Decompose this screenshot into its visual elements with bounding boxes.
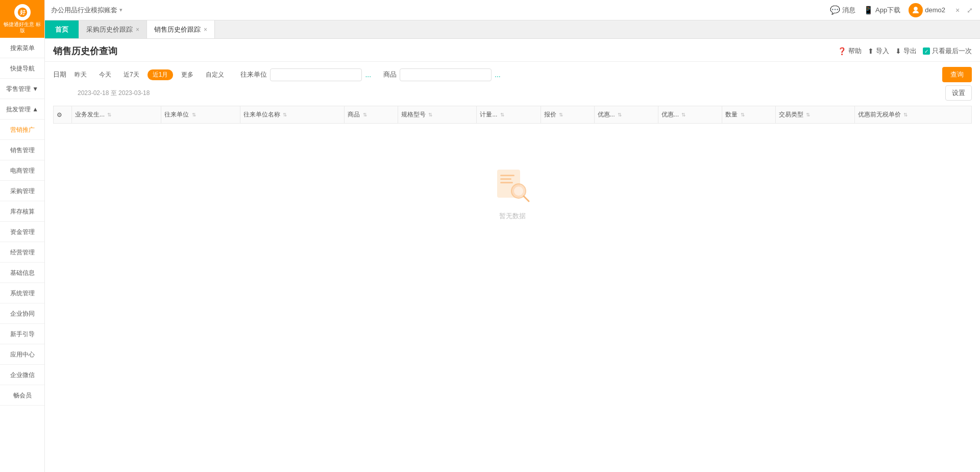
- topbar-left: 办公用品行业模拟账套 ▾: [51, 6, 122, 15]
- logo-icon: 好: [14, 4, 31, 20]
- sidebar-item-basic-info[interactable]: 基础信息: [0, 263, 44, 283]
- th-unit[interactable]: 计量... ⇅: [477, 106, 541, 124]
- window-controls: × ⤢: [953, 6, 974, 14]
- sidebar-item-new-user-guide[interactable]: 新手引导: [0, 324, 44, 344]
- sidebar-item-search-menu[interactable]: 搜索菜单: [0, 38, 44, 58]
- topbar: 办公用品行业模拟账套 ▾ 💬 消息 📱 App下载 demo2 ×: [45, 0, 980, 20]
- settings-button[interactable]: 设置: [945, 85, 972, 101]
- user-avatar-area[interactable]: demo2: [909, 3, 945, 17]
- date-btn-today[interactable]: 今天: [95, 69, 115, 80]
- th-trade-type-label: 交易类型: [779, 111, 803, 118]
- th-spec-label: 规格型号: [401, 111, 426, 118]
- empty-text: 暂无数据: [499, 211, 526, 221]
- partner-dots-btn[interactable]: ...: [365, 70, 371, 79]
- sidebar-item-inventory-check[interactable]: 库存核算: [0, 201, 44, 222]
- sort-icon-pretax-price: ⇅: [903, 112, 908, 117]
- maximize-window-btn[interactable]: ⤢: [966, 6, 974, 14]
- sidebar-item-ecommerce-mgmt[interactable]: 电商管理: [0, 160, 44, 181]
- sidebar-item-finance-mgmt[interactable]: 资金管理: [0, 222, 44, 242]
- sort-icon-discount1: ⇅: [618, 112, 622, 117]
- tab-purchase-history-close[interactable]: ×: [136, 27, 139, 33]
- app-title-dropdown[interactable]: 办公用品行业模拟账套 ▾: [51, 6, 122, 15]
- th-pretax-price[interactable]: 优惠前无税单价 ⇅: [854, 106, 971, 124]
- sort-icon-trade-type: ⇅: [806, 112, 810, 117]
- topbar-right: 💬 消息 📱 App下载 demo2 × ⤢: [830, 3, 974, 17]
- th-spec[interactable]: 规格型号 ⇅: [398, 106, 477, 124]
- table-container: ⚙ 业务发生... ⇅ 往来单位 ⇅ 往来单位名称: [45, 106, 980, 262]
- message-icon: 💬: [830, 5, 840, 15]
- date-btn-last1month[interactable]: 近1月: [148, 69, 174, 80]
- dropdown-icon: ▾: [119, 7, 122, 13]
- sidebar-item-enterprise-collab[interactable]: 企业协同: [0, 303, 44, 324]
- th-quantity[interactable]: 数量 ⇅: [722, 106, 776, 124]
- app-download-btn[interactable]: 📱 App下载: [864, 6, 900, 15]
- empty-state: 暂无数据: [53, 124, 972, 262]
- date-btn-custom[interactable]: 自定义: [202, 69, 228, 80]
- export-btn[interactable]: ⬇ 导出: [895, 46, 917, 56]
- avatar: [909, 3, 923, 17]
- partner-input[interactable]: [270, 68, 362, 81]
- svg-text:好: 好: [19, 9, 26, 15]
- tab-purchase-history-label: 采购历史价跟踪: [86, 25, 133, 34]
- th-unit-label: 计量...: [480, 111, 497, 118]
- query-button[interactable]: 查询: [942, 67, 972, 82]
- sidebar-item-operations-mgmt[interactable]: 经营管理: [0, 242, 44, 263]
- sidebar-item-wholesale-mgmt[interactable]: 批发管理 ▲: [0, 99, 44, 120]
- filter-bar: 日期 昨天 今天 近7天 近1月 更多 自定义 往来单位 ... 商品 ...: [45, 62, 980, 84]
- sidebar-item-member-club[interactable]: 畅会员: [0, 385, 44, 406]
- th-product[interactable]: 商品 ⇅: [345, 106, 398, 124]
- th-quote-label: 报价: [544, 111, 556, 118]
- partner-filter: 往来单位 ...: [240, 68, 371, 81]
- tab-home[interactable]: 首页: [45, 20, 79, 38]
- message-label: 消息: [842, 6, 855, 15]
- only-last-checkbox[interactable]: 只看最后一次: [923, 46, 972, 56]
- th-partner-code[interactable]: 往来单位 ⇅: [161, 106, 240, 124]
- svg-line-9: [524, 196, 529, 201]
- logo[interactable]: 好 畅捷通好生意 标版: [0, 0, 44, 38]
- page-container: 销售历史价查询 ❓ 帮助 ⬆ 导入 ⬇ 导出: [45, 39, 980, 472]
- sidebar-item-system-mgmt[interactable]: 系统管理: [0, 283, 44, 303]
- th-discount1-label: 优惠...: [598, 111, 615, 118]
- sidebar-item-retail-mgmt[interactable]: 零售管理 ▼: [0, 79, 44, 99]
- th-biz-date[interactable]: 业务发生... ⇅: [72, 106, 161, 124]
- product-dots-btn[interactable]: ...: [495, 70, 501, 79]
- sort-icon-quantity: ⇅: [741, 112, 745, 117]
- sidebar-item-quick-nav[interactable]: 快捷导航: [0, 58, 44, 79]
- svg-point-8: [514, 186, 523, 196]
- th-settings[interactable]: ⚙: [54, 106, 72, 124]
- page-title: 销售历史价查询: [53, 45, 117, 57]
- sidebar-item-purchase-mgmt[interactable]: 采购管理: [0, 181, 44, 201]
- tab-home-label: 首页: [55, 25, 68, 34]
- th-discount2[interactable]: 优惠... ⇅: [658, 106, 722, 124]
- tab-sales-history[interactable]: 销售历史价跟踪 ×: [147, 20, 215, 38]
- date-btn-yesterday[interactable]: 昨天: [70, 69, 91, 80]
- only-last-check-icon: [923, 48, 930, 55]
- tab-purchase-history[interactable]: 采购历史价跟踪 ×: [79, 20, 147, 38]
- th-discount1[interactable]: 优惠... ⇅: [594, 106, 658, 124]
- app-download-label: App下载: [875, 6, 900, 15]
- svg-point-2: [914, 7, 918, 11]
- help-icon: ❓: [838, 47, 846, 55]
- date-label: 日期: [53, 70, 66, 79]
- sidebar-item-marketing-promo[interactable]: 营销推广: [0, 120, 44, 140]
- th-trade-type[interactable]: 交易类型 ⇅: [776, 106, 855, 124]
- sidebar-item-enterprise-wechat[interactable]: 企业微信: [0, 365, 44, 385]
- th-partner-code-label: 往来单位: [164, 111, 189, 118]
- help-btn[interactable]: ❓ 帮助: [838, 46, 862, 56]
- tab-sales-history-close[interactable]: ×: [204, 27, 207, 33]
- date-btn-last7days[interactable]: 近7天: [119, 69, 143, 80]
- product-input[interactable]: [400, 68, 492, 81]
- th-quote[interactable]: 报价 ⇅: [541, 106, 594, 124]
- date-btn-more[interactable]: 更多: [177, 69, 198, 80]
- close-window-btn[interactable]: ×: [953, 6, 962, 14]
- import-label: 导入: [876, 46, 889, 56]
- sidebar-item-app-center[interactable]: 应用中心: [0, 344, 44, 365]
- th-partner-name[interactable]: 往来单位名称 ⇅: [240, 106, 344, 124]
- sidebar-item-sales-mgmt[interactable]: 销售管理: [0, 140, 44, 160]
- sort-icon-unit: ⇅: [500, 112, 504, 117]
- import-btn[interactable]: ⬆ 导入: [868, 46, 889, 56]
- svg-rect-5: [500, 178, 511, 180]
- svg-rect-4: [500, 175, 514, 176]
- message-btn[interactable]: 💬 消息: [830, 5, 855, 15]
- export-icon: ⬇: [895, 47, 901, 55]
